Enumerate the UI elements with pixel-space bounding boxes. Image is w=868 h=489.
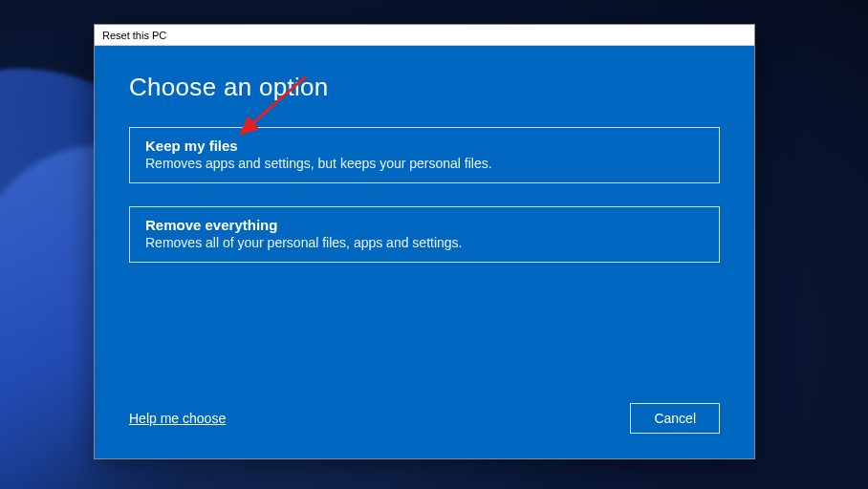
dialog-body: Choose an option Keep my files Removes a…: [95, 46, 754, 458]
remove-everything-option[interactable]: Remove everything Removes all of your pe…: [129, 206, 720, 263]
option-description: Removes all of your personal files, apps…: [145, 235, 704, 250]
option-description: Removes apps and settings, but keeps you…: [145, 156, 704, 171]
help-me-choose-link[interactable]: Help me choose: [129, 411, 226, 426]
page-heading: Choose an option: [129, 73, 720, 102]
dialog-footer: Help me choose Cancel: [129, 403, 720, 439]
reset-pc-dialog: Reset this PC Choose an option Keep my f…: [94, 24, 755, 459]
option-title: Remove everything: [145, 217, 704, 233]
keep-my-files-option[interactable]: Keep my files Removes apps and settings,…: [129, 127, 720, 183]
dialog-title: Reset this PC: [102, 30, 166, 41]
option-title: Keep my files: [145, 138, 704, 154]
dialog-titlebar: Reset this PC: [95, 25, 754, 46]
cancel-button[interactable]: Cancel: [630, 403, 720, 434]
